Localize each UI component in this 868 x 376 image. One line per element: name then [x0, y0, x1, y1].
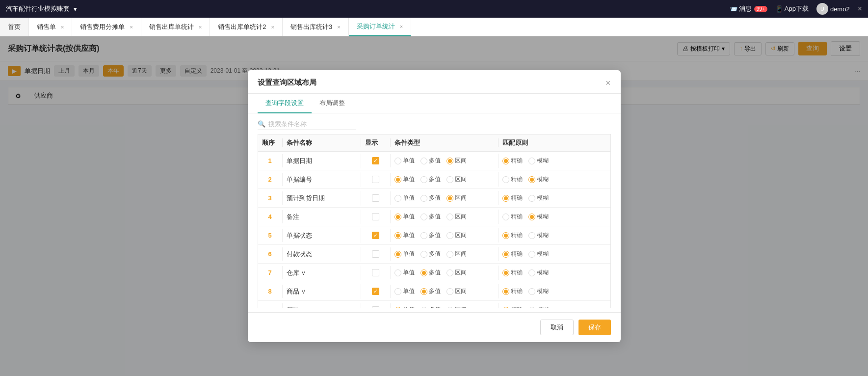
match-radio-item[interactable]: 精确 — [502, 194, 523, 202]
type-radio-item[interactable]: 单值 — [395, 194, 415, 202]
type-radio-item[interactable]: 区间 — [447, 213, 467, 221]
type-radio-item[interactable]: 区间 — [447, 287, 467, 295]
type-radio-item[interactable]: 多值 — [421, 175, 441, 184]
cancel-button[interactable]: 取消 — [540, 320, 574, 335]
cell-show[interactable] — [361, 303, 391, 308]
dialog-close-button[interactable]: × — [605, 79, 611, 87]
save-button[interactable]: 保存 — [579, 320, 611, 335]
window-close-button[interactable]: × — [858, 4, 862, 13]
type-radio-item[interactable]: 多值 — [421, 287, 441, 295]
show-checkbox[interactable] — [372, 288, 379, 295]
tab-outbound1-close[interactable]: × — [199, 24, 202, 30]
match-radio-item[interactable]: 模糊 — [528, 306, 549, 308]
type-radio-item[interactable]: 多值 — [421, 250, 441, 258]
col-header-match: 匹配原则 — [499, 138, 587, 147]
tab-outbound3[interactable]: 销售出库统计3 × — [283, 18, 349, 36]
user-area[interactable]: U demo2 — [816, 3, 850, 15]
type-radio-item[interactable]: 单值 — [395, 306, 415, 308]
show-checkbox[interactable] — [372, 213, 379, 220]
tab-query-fields[interactable]: 查询字段设置 — [258, 94, 312, 113]
type-radio-item[interactable]: 单值 — [395, 269, 415, 277]
type-radio-item[interactable]: 区间 — [447, 157, 467, 165]
radio-dot — [528, 307, 535, 309]
cell-show[interactable] — [361, 285, 391, 298]
tab-outbound3-close[interactable]: × — [337, 24, 340, 30]
type-radio-item[interactable]: 单值 — [395, 213, 415, 221]
radio-dot — [502, 288, 509, 295]
search-input[interactable] — [268, 120, 347, 128]
type-radio-item[interactable]: 单值 — [395, 287, 415, 295]
type-radio-item[interactable]: 区间 — [447, 175, 467, 184]
tab-purchase-close[interactable]: × — [400, 24, 403, 29]
cell-show[interactable] — [361, 173, 391, 186]
match-radio-item[interactable]: 模糊 — [528, 157, 549, 165]
radio-dot — [502, 269, 509, 276]
cell-type: 单值多值区间 — [391, 247, 499, 261]
match-radio-item[interactable]: 精确 — [502, 306, 523, 308]
show-checkbox[interactable] — [372, 157, 379, 164]
match-radio-item[interactable]: 精确 — [502, 213, 523, 221]
type-radio-item[interactable]: 单值 — [395, 231, 415, 240]
cell-show[interactable] — [361, 210, 391, 223]
type-radio-item[interactable]: 单值 — [395, 250, 415, 258]
cell-type: 单值多值区间 — [391, 284, 499, 298]
radio-dot — [447, 195, 453, 202]
match-radio-item[interactable]: 精确 — [502, 250, 523, 258]
cell-match: 精确模糊 — [499, 191, 587, 205]
type-radio-item[interactable]: 区间 — [447, 231, 467, 240]
cell-name: 仓库 ∨ — [283, 266, 361, 280]
cell-show[interactable] — [361, 266, 391, 279]
tab-outbound1[interactable]: 销售出库单统计 × — [141, 18, 210, 36]
match-radio-item[interactable]: 精确 — [502, 157, 523, 165]
match-radio-item[interactable]: 精确 — [502, 287, 523, 295]
match-radio-item[interactable]: 模糊 — [528, 287, 549, 295]
tab-sales[interactable]: 销售单 × — [29, 18, 72, 36]
type-radio-item[interactable]: 单值 — [395, 157, 415, 165]
match-radio-item[interactable]: 模糊 — [528, 250, 549, 258]
tab-outbound2[interactable]: 销售出库单统计2 × — [210, 18, 283, 36]
cell-show[interactable] — [361, 247, 391, 261]
match-radio-item[interactable]: 模糊 — [528, 213, 549, 221]
show-checkbox[interactable] — [372, 176, 379, 183]
cell-show[interactable] — [361, 191, 391, 205]
tab-home[interactable]: 首页 — [0, 18, 29, 36]
match-radio-item[interactable]: 模糊 — [528, 231, 549, 240]
type-radio-item[interactable]: 多值 — [421, 269, 441, 277]
match-radio-item[interactable]: 模糊 — [528, 269, 549, 277]
show-checkbox[interactable] — [372, 306, 379, 308]
match-radio-item[interactable]: 模糊 — [528, 175, 549, 184]
tab-purchase[interactable]: 采购订单统计 × — [349, 18, 411, 36]
show-checkbox[interactable] — [372, 194, 379, 202]
type-radio-item[interactable]: 多值 — [421, 231, 441, 240]
type-radio-item[interactable]: 区间 — [447, 250, 467, 258]
download-area[interactable]: 📱 App下载 — [775, 4, 809, 13]
notification-area[interactable]: 📨 消息 99+ — [730, 4, 767, 13]
tab-outbound2-close[interactable]: × — [271, 24, 274, 30]
match-radio-item[interactable]: 精确 — [502, 269, 523, 277]
type-radio-item[interactable]: 区间 — [447, 306, 467, 308]
tab-layout[interactable]: 布局调整 — [312, 94, 353, 113]
tab-expense[interactable]: 销售费用分摊单 × — [72, 18, 141, 36]
tab-expense-close[interactable]: × — [130, 24, 132, 30]
match-radio-item[interactable]: 精确 — [502, 175, 523, 184]
cell-match: 精确模糊 — [499, 228, 587, 242]
type-radio-item[interactable]: 多值 — [421, 157, 441, 165]
tab-sales-close[interactable]: × — [61, 24, 64, 30]
type-radio-item[interactable]: 区间 — [447, 269, 467, 277]
show-checkbox[interactable] — [372, 232, 379, 239]
show-checkbox[interactable] — [372, 269, 379, 276]
match-radio-item[interactable]: 模糊 — [528, 194, 549, 202]
type-radio-item[interactable]: 多值 — [421, 213, 441, 221]
cell-name: 单据编号 — [283, 172, 361, 187]
type-radio-item[interactable]: 单值 — [395, 175, 415, 184]
cell-show[interactable] — [361, 229, 391, 242]
type-radio-item[interactable]: 区间 — [447, 194, 467, 202]
radio-dot — [421, 176, 427, 183]
type-radio-item[interactable]: 多值 — [421, 194, 441, 202]
cell-show[interactable] — [361, 154, 391, 167]
show-checkbox[interactable] — [372, 250, 379, 258]
radio-dot — [395, 269, 401, 276]
dropdown-icon[interactable]: ▾ — [74, 5, 77, 13]
match-radio-item[interactable]: 精确 — [502, 231, 523, 240]
type-radio-item[interactable]: 多值 — [421, 306, 441, 308]
